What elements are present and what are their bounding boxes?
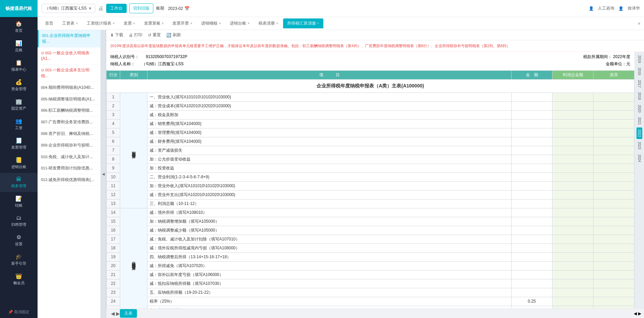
profit-cell[interactable] (552, 181, 593, 190)
diff-cell[interactable] (593, 306, 634, 308)
year-2023[interactable]: 2023 (636, 140, 642, 151)
sidebar-item-ledger[interactable]: 📊 总账 (0, 37, 38, 56)
year-2020[interactable]: 2020 (636, 103, 642, 114)
left-panel-item-001[interactable]: 001-企业所得税年度纳税申报... (38, 30, 100, 47)
amount-cell[interactable] (512, 93, 552, 101)
profit-cell[interactable] (552, 235, 593, 244)
workbench-button[interactable]: 工作台 (106, 4, 127, 13)
year-2016[interactable]: 2016 (636, 66, 642, 77)
diff-cell[interactable] (593, 270, 634, 279)
left-panel-item-005[interactable]: 005-纳税调整项目明细表(A1... (38, 94, 100, 105)
diff-cell[interactable] (593, 279, 634, 288)
diff-cell[interactable] (593, 172, 634, 181)
item-cell[interactable]: 减：营业成本(填写A102010\102020\103000) (148, 101, 512, 110)
amount-cell[interactable] (512, 235, 552, 244)
item-cell[interactable]: 一、营业收入(填写A101010\101020\103000) (148, 93, 512, 101)
item-cell[interactable]: 五、应纳税所得额（19-20-21-22） (148, 288, 512, 297)
profit-cell[interactable] (552, 261, 593, 270)
bottom-tab-main[interactable]: 主表 (120, 309, 137, 318)
left-panel-item-011[interactable]: 011-研发费用加计扣除优惠... (38, 163, 100, 174)
tab-ledger[interactable]: 进销台账 × (226, 18, 254, 28)
item-cell[interactable]: 三、利润总额（10-11-12） (148, 199, 512, 208)
left-panel-item-007[interactable]: 007-广告费和业务宣传费跌... (38, 116, 100, 128)
collapse-panel-button[interactable]: ◀ (101, 30, 106, 318)
profit-cell[interactable] (552, 93, 593, 101)
item-cell[interactable]: 减：纳税调整减少额（填写A105000） (148, 226, 512, 235)
tab-close-icon[interactable]: × (248, 22, 250, 25)
tab-close-icon[interactable]: × (162, 22, 164, 25)
diff-cell[interactable] (593, 93, 634, 101)
left-panel-item-010[interactable]: 010-免税、减计收入及加计... (38, 151, 100, 163)
item-cell[interactable]: 加：营业外收入(填写A101010\101020\103000) (148, 181, 512, 190)
diff-cell[interactable] (593, 244, 634, 252)
diff-cell[interactable] (593, 252, 634, 261)
item-cell[interactable]: 六、应纳所得税额（23×24） (148, 306, 512, 308)
scroll-left-icon[interactable]: ◀ (634, 311, 637, 316)
tab-tax-list[interactable]: 税表清册 × (254, 18, 282, 28)
profit-cell[interactable] (552, 297, 593, 306)
year-2019[interactable]: 2019 (636, 53, 642, 65)
tab-close-icon[interactable]: × (276, 22, 278, 25)
sidebar-item-archive[interactable]: 🗂 归档管理 (0, 211, 38, 231)
amount-cell[interactable] (512, 261, 552, 270)
close-all-tabs-icon[interactable]: × (638, 21, 641, 26)
sidebar-item-settings[interactable]: ⚙ 设置 (0, 231, 38, 250)
amount-cell[interactable] (512, 288, 552, 297)
item-cell[interactable]: 减：抵扣应纳税所得额（填写A107030） (148, 279, 512, 288)
item-cell[interactable]: 减：管理费用(填写A104000) (148, 128, 512, 137)
profit-cell[interactable] (552, 128, 593, 137)
amount-cell[interactable] (512, 306, 552, 308)
tab-payroll-report[interactable]: 工资统计报表 × (83, 18, 119, 28)
scroll-right-icon[interactable]: ▶ (638, 311, 641, 316)
left-panel-item-012[interactable]: 012-减免所得税优惠明细表(... (38, 174, 100, 186)
profit-cell[interactable] (552, 172, 593, 181)
year-2017[interactable]: 2017 (636, 78, 642, 89)
year-2024[interactable]: 2024 (636, 152, 642, 164)
switch-version-button[interactable]: 切到旧版 (129, 3, 153, 13)
diff-cell[interactable] (593, 297, 634, 306)
amount-cell[interactable] (512, 181, 552, 190)
tab-close-icon[interactable]: × (219, 22, 221, 25)
item-cell[interactable]: 二、营业利润(1-2-3-4-5-6-7-8+9) (148, 172, 512, 181)
amount-cell[interactable] (512, 208, 552, 217)
diff-cell[interactable] (593, 190, 634, 199)
diff-cell[interactable] (593, 128, 634, 137)
item-cell[interactable]: 减：财务费用(填写A104000) (148, 137, 512, 146)
profit-cell[interactable] (552, 101, 593, 110)
tab-home[interactable]: 首页 (41, 18, 57, 28)
year-2021[interactable]: 2021 (636, 115, 642, 127)
profit-cell[interactable] (552, 110, 593, 119)
profit-cell[interactable] (552, 244, 593, 252)
profit-cell[interactable] (552, 155, 593, 164)
reset-button[interactable]: ↺ 重置 (148, 32, 161, 38)
tab-close-icon[interactable]: × (113, 22, 115, 25)
sidebar-item-tax[interactable]: 🏛 税务管理 (0, 173, 38, 192)
refresh-button[interactable]: 🔄 刷新 (166, 32, 181, 38)
item-cell[interactable]: 减：免税、减计收入及加计扣除（填写A107010） (148, 235, 512, 244)
profit-cell[interactable] (552, 217, 593, 226)
profit-cell[interactable] (552, 164, 593, 172)
amount-cell[interactable]: 0.25 (512, 297, 552, 306)
diff-cell[interactable] (593, 101, 634, 110)
item-cell[interactable]: 加：纳税调整增加额（填写A105000） (148, 217, 512, 226)
sidebar-item-payroll[interactable]: 👥 工资 (0, 114, 38, 134)
item-cell[interactable]: 减：营业外支出(填写A102010\102020\103000) (148, 190, 512, 199)
diff-cell[interactable] (593, 288, 634, 297)
company-selector[interactable]: （勾销）江西服宝-LSS ▼ (42, 4, 95, 13)
item-cell[interactable]: 减：弥补以前年度亏损（填写A106000） (148, 270, 512, 279)
profit-cell[interactable] (552, 226, 593, 235)
diff-cell[interactable] (593, 137, 634, 146)
item-cell[interactable]: 四、纳税调整后所得（13-14+15-16-17+18） (148, 252, 512, 261)
sidebar-item-invoice[interactable]: 🧾 发票管理 (0, 134, 38, 153)
profit-cell[interactable] (552, 208, 593, 217)
item-cell[interactable]: 减：境外应税所得抵减境内亏损（填写A108000） (148, 244, 512, 252)
item-cell[interactable]: 减：境外所得（填写A108010） (148, 208, 512, 217)
tab-close-icon[interactable]: × (190, 22, 192, 25)
item-cell[interactable]: 减：税金及附加 (148, 110, 512, 119)
year-2022[interactable]: 2022 (636, 127, 642, 139)
tab-income-tax[interactable]: 所得税汇算清缴 × (283, 18, 323, 28)
item-cell[interactable]: 税率（25%） (148, 297, 512, 306)
amount-cell[interactable] (512, 226, 552, 235)
tab-invoice-calc[interactable]: 发票算账 × (140, 18, 168, 28)
sidebar-item-funds[interactable]: 💰 资金管理 (0, 75, 38, 95)
